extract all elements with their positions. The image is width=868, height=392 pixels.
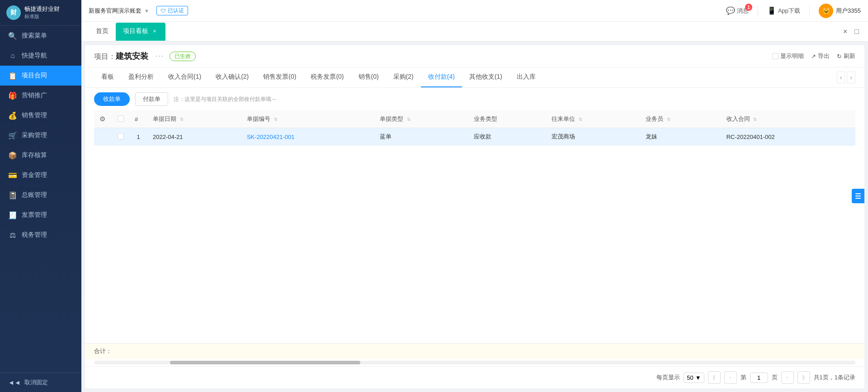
- user-menu[interactable]: 🐱 用户3355: [819, 4, 861, 18]
- sort-doctype-icon: ⇅: [407, 117, 410, 122]
- sidebar-item-tax[interactable]: ⚖ 税务管理: [0, 225, 81, 245]
- certified-badge: 🛡 已认证: [156, 6, 188, 15]
- th-settings[interactable]: ⚙: [94, 110, 112, 128]
- show-detail-checkbox-label[interactable]: 显示明细: [772, 52, 804, 60]
- sub-nav-profit[interactable]: 盈利分析: [121, 67, 161, 87]
- export-button[interactable]: ↗ 导出: [811, 52, 830, 60]
- account-switcher[interactable]: 新服务官网演示账套 ▼ 🛡 已认证: [89, 6, 726, 15]
- show-detail-checkbox[interactable]: [772, 53, 778, 59]
- sub-nav-prev-arrow[interactable]: ‹: [837, 72, 845, 83]
- show-detail-label: 显示明细: [780, 52, 804, 60]
- tab-home-label: 首页: [96, 27, 108, 35]
- th-doc-no[interactable]: 单据编号 ⇅: [241, 110, 374, 128]
- sub-nav-sales[interactable]: 销售(0): [351, 67, 386, 87]
- sidebar-item-label: 采购管理: [22, 131, 47, 139]
- sub-nav-purchase[interactable]: 采购(2): [386, 67, 421, 87]
- sidebar-item-sales[interactable]: 💰 销售管理: [0, 105, 81, 125]
- sub-nav-revenue-contract[interactable]: 收入合同(1): [161, 67, 208, 87]
- receipt-tab-button[interactable]: 收款单: [94, 92, 130, 106]
- tabbar-controls: × □: [841, 26, 861, 38]
- td-doc-type: 蓝单: [374, 128, 468, 146]
- sidebar-bottom-label: 取消固定: [24, 378, 48, 387]
- sidebar-item-purchase[interactable]: 🛒 采购管理: [0, 125, 81, 145]
- sub-nav: 看板 盈利分析 收入合同(1) 收入确认(2) 销售发票(0) 税务发票(0) …: [85, 67, 864, 88]
- sidebar-item-label: 资金管理: [22, 171, 47, 179]
- td-checkbox[interactable]: [112, 128, 129, 146]
- per-page-arrow-icon: ▼: [695, 374, 701, 381]
- more-options-button[interactable]: ···: [156, 52, 164, 60]
- sidebar-item-marketing[interactable]: 🎁 营销推广: [0, 86, 81, 105]
- th-salesman[interactable]: 业务员 ⇅: [640, 110, 721, 128]
- tab-close-icon[interactable]: ×: [151, 28, 158, 35]
- app-download-button[interactable]: 📱 App下载: [767, 6, 800, 15]
- horizontal-scrollbar[interactable]: [94, 361, 855, 364]
- pin-icon: ◄◄: [8, 379, 21, 386]
- settings-icon[interactable]: ⚙: [99, 115, 105, 123]
- sub-nav-next-arrow[interactable]: ›: [847, 72, 855, 83]
- total-info: 共1页，1条记录: [814, 373, 855, 382]
- sidebar-item-funds[interactable]: 💳 资金管理: [0, 165, 81, 185]
- sidebar-item-label: 发票管理: [22, 211, 47, 219]
- sidebar-item-invoice[interactable]: 🧾 发票管理: [0, 205, 81, 225]
- sub-nav-tax-invoice[interactable]: 税务发票(0): [303, 67, 351, 87]
- svg-rect-0: [855, 193, 861, 194]
- first-page-button[interactable]: ⟪: [708, 371, 721, 384]
- tab-home[interactable]: 首页: [89, 23, 116, 41]
- page-header: 项目：建筑安装 ··· 已生效 显示明细 ↗ 导出 ↻ 刷新: [85, 45, 864, 67]
- sidebar-unpin-button[interactable]: ◄◄ 取消固定: [0, 373, 81, 392]
- sub-nav-kanban[interactable]: 看板: [94, 67, 121, 87]
- sidebar-item-search[interactable]: 🔍 搜索菜单: [0, 26, 81, 46]
- message-button[interactable]: 💬 消息 1: [726, 6, 749, 15]
- td-doc-no[interactable]: SK-20220421-001: [241, 128, 374, 146]
- window-maximize-button[interactable]: □: [853, 26, 861, 38]
- certified-icon: 🛡: [160, 8, 166, 14]
- doc-no-link[interactable]: SK-20220421-001: [247, 134, 295, 140]
- sort-docno-icon: ⇅: [274, 117, 278, 122]
- th-revenue-contract[interactable]: 收入合同 ⇅: [721, 110, 855, 128]
- inventory-icon: 📦: [8, 151, 17, 160]
- status-badge: 已生效: [170, 52, 196, 61]
- payment-tab-button[interactable]: 付款单: [135, 92, 168, 106]
- th-date[interactable]: 单据日期 ⇅: [147, 110, 241, 128]
- window-close-button[interactable]: ×: [841, 26, 849, 38]
- sidebar-item-label: 库存核算: [22, 151, 47, 159]
- page-number-input[interactable]: [750, 373, 768, 383]
- side-float-button[interactable]: [852, 189, 864, 203]
- sort-salesman-icon: ⇅: [667, 117, 670, 122]
- sub-nav-payment[interactable]: 收付款(4): [421, 67, 462, 87]
- sidebar-item-ledger[interactable]: 📓 总账管理: [0, 185, 81, 205]
- export-label: 导出: [818, 52, 830, 60]
- sub-nav-sales-invoice[interactable]: 销售发票(0): [256, 67, 303, 87]
- sub-nav-other[interactable]: 其他收支(1): [462, 67, 509, 87]
- row-checkbox[interactable]: [118, 133, 124, 139]
- refresh-label: 刷新: [844, 52, 855, 60]
- table-row[interactable]: 1 2022-04-21 SK-20220421-001 蓝单 应收款 宏茂商场…: [94, 128, 855, 146]
- sidebar-item-inventory[interactable]: 📦 库存核算: [0, 145, 81, 165]
- tax-icon: ⚖: [8, 230, 17, 239]
- sub-nav-inout[interactable]: 出入库: [509, 67, 543, 87]
- refresh-button[interactable]: ↻ 刷新: [837, 52, 855, 60]
- select-all-checkbox[interactable]: [118, 115, 124, 122]
- sub-nav-revenue-confirm[interactable]: 收入确认(2): [208, 67, 256, 87]
- ledger-icon: 📓: [8, 191, 17, 200]
- last-page-button[interactable]: ⟫: [797, 371, 810, 384]
- per-page-select[interactable]: 50 ▼: [684, 373, 704, 383]
- scrollbar-thumb[interactable]: [170, 361, 360, 364]
- next-page-button[interactable]: ›: [781, 371, 794, 384]
- prev-page-button[interactable]: ‹: [724, 371, 737, 384]
- table-body: 1 2022-04-21 SK-20220421-001 蓝单 应收款 宏茂商场…: [94, 128, 855, 146]
- th-partner[interactable]: 往来单位 ⇅: [546, 110, 640, 128]
- dropdown-arrow-icon: ▼: [144, 8, 149, 14]
- td-salesman: 龙妹: [640, 128, 721, 146]
- sales-icon: 💰: [8, 111, 17, 120]
- project-icon: 📋: [8, 71, 17, 80]
- sidebar-item-project[interactable]: 📋 项目合同: [0, 66, 81, 86]
- td-revenue-contract: RC-20220401-002: [721, 128, 855, 146]
- funds-icon: 💳: [8, 171, 17, 180]
- th-doc-type[interactable]: 单据类型 ⇅: [374, 110, 468, 128]
- certified-label: 已认证: [168, 7, 184, 14]
- sidebar-item-quicknav[interactable]: ⌂ 快捷导航: [0, 46, 81, 66]
- tab-project-board[interactable]: 项目看板 ×: [116, 23, 165, 41]
- app-name: 畅捷通好业财: [24, 5, 60, 13]
- tab-project-label: 项目看板: [123, 27, 148, 35]
